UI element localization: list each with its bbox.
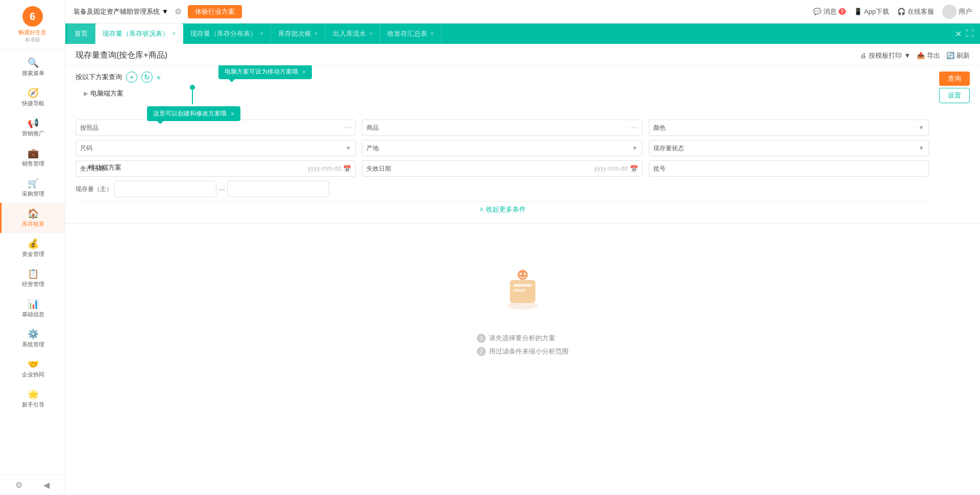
goods-dots[interactable]: ··· [631, 123, 638, 132]
tab-recv-summary[interactable]: 收发存汇总表 × [380, 23, 442, 44]
batch-no-label: 批号 [653, 164, 666, 173]
filter-collapse-btn[interactable]: ∧ 收起更多条件 [76, 201, 929, 217]
finance-icon: 💰 [28, 238, 39, 249]
system-title: 装备及固定资产辅助管理系统 [74, 7, 160, 16]
warehouse-dots[interactable]: ··· [345, 123, 351, 132]
scheme-mobile-label: 移动端方案 [88, 163, 121, 172]
sidebar-item-inventory[interactable]: 🏠 库存核算 [0, 203, 65, 233]
sidebar: 6 畅通好生意 标准版 🔍 搜索菜单 🧭 快捷导航 📢 营销推广 💼 销售管理 … [0, 0, 65, 495]
messages-item[interactable]: 💬 消息 9 [813, 7, 846, 16]
sidebar-item-purchase[interactable]: 🛒 采购管理 [0, 173, 65, 203]
collapse-sidebar-icon[interactable]: ◀ [43, 480, 50, 490]
tab-recv-summary-close[interactable]: × [430, 30, 434, 37]
tab-inventory-batch-close[interactable]: × [314, 30, 318, 37]
experience-button[interactable]: 体验行业方案 [188, 5, 242, 18]
tab-inventory-status-close[interactable]: × [172, 30, 176, 37]
stock-status-dropdown-icon[interactable]: ▼ [918, 145, 924, 152]
scheme-item-pc[interactable]: ▶ 电脑端方案 [84, 88, 929, 99]
query-button[interactable]: 查询 [939, 72, 970, 86]
svg-rect-3 [513, 289, 526, 292]
goods-field[interactable]: 商品 ··· [362, 120, 642, 136]
sidebar-item-basic[interactable]: 📊 基础信息 [0, 293, 65, 323]
expire-date-label: 失效日期 [366, 164, 391, 173]
filter-refresh-button[interactable]: ↻ [141, 72, 153, 83]
tab-inventory-dist-close[interactable]: × [260, 30, 263, 37]
tab-inventory-status[interactable]: 现存量（库存状况表） × [95, 23, 183, 44]
expire-date-calendar-icon[interactable]: 📅 [630, 165, 638, 173]
filter-section-label: 按以下方案查询 [76, 73, 122, 82]
export-btn[interactable]: 📤 导出 [917, 51, 940, 60]
svg-point-5 [520, 273, 522, 275]
page-title: 现存量查询(按仓库+商品) [76, 50, 167, 61]
tab-inventory-dist[interactable]: 现存量（库存分布表） × [183, 23, 271, 44]
scheme-mobile-expand-icon: ▶ [82, 164, 86, 171]
filter-back-button[interactable]: « [157, 73, 161, 81]
template-print-btn[interactable]: 🖨 按模板打印 ▼ [860, 51, 911, 60]
settings-icon[interactable]: ⚙ [15, 480, 22, 490]
sidebar-item-marketing[interactable]: 📢 营销推广 [0, 112, 65, 143]
stock-main-to[interactable] [227, 181, 329, 197]
warehouse-field[interactable]: 按照品 ··· [76, 120, 356, 136]
sidebar-label-finance: 资金管理 [22, 250, 44, 258]
svg-point-6 [524, 273, 526, 275]
sidebar-item-enterprise[interactable]: 🤝 企业协同 [0, 353, 65, 384]
batch-no-field[interactable]: 批号 [649, 160, 929, 177]
reset-button[interactable]: 设置 [939, 88, 970, 103]
sidebar-item-finance[interactable]: 💰 资金管理 [0, 233, 65, 263]
tooltip-scheme-text: 电脑方案可设为移动方案哦 [225, 67, 298, 76]
tooltip-create: 这里可以创建和修改方案哦 × [147, 106, 240, 121]
origin-field[interactable]: 产地 ▼ [362, 140, 642, 156]
print-dropdown-icon: ▼ [904, 52, 911, 59]
gear-icon[interactable]: ⚙ [175, 7, 182, 16]
color-dropdown-icon[interactable]: ▼ [918, 124, 924, 131]
tab-inout-flow-close[interactable]: × [369, 30, 373, 37]
print-icon: 🖨 [860, 52, 867, 59]
tab-inventory-batch[interactable]: 库存批次账 × [271, 23, 326, 44]
scheme-item-mobile[interactable]: ▶ 移动端方案 [82, 162, 121, 173]
color-field[interactable]: 颜色 ▼ [649, 120, 929, 136]
sidebar-item-operations[interactable]: 📋 经营管理 [0, 263, 65, 293]
page-header: 现存量查询(按仓库+商品) 🖨 按模板打印 ▼ 📤 导出 🔄 刷新 [65, 44, 980, 65]
filter-row-2: 尺码 ▼ 产地 ▼ 现存量状态 ▼ [76, 140, 929, 156]
warehouse-label: 按照品 [80, 124, 99, 132]
expire-date-field[interactable]: 失效日期 yyyy-mm-dd 📅 [362, 160, 642, 177]
sidebar-item-search[interactable]: 🔍 搜索菜单 [0, 52, 65, 82]
prod-date-calendar-icon[interactable]: 📅 [343, 165, 351, 173]
message-badge: 9 [839, 8, 846, 15]
phone-icon: 📱 [854, 8, 862, 15]
app-download-label: App下载 [864, 7, 889, 16]
tab-close-all-icon[interactable]: ✕ [955, 29, 962, 39]
sidebar-item-system[interactable]: ⚙️ 系统管理 [0, 323, 65, 353]
basic-icon: 📊 [28, 298, 39, 310]
sidebar-item-quicknav[interactable]: 🧭 快捷导航 [0, 82, 65, 112]
support-item[interactable]: 🎧 在线客服 [897, 7, 934, 16]
tab-inout-flow[interactable]: 出入库流水 × [326, 23, 380, 44]
tab-expand-icon[interactable]: ⛶ [966, 29, 974, 39]
stock-status-field[interactable]: 现存量状态 ▼ [649, 140, 929, 156]
system-title-dropdown[interactable]: 装备及固定资产辅助管理系统 ▼ [74, 7, 168, 16]
refresh-btn[interactable]: 🔄 刷新 [946, 51, 970, 60]
sidebar-item-guide[interactable]: 🌟 新手引导 [0, 384, 65, 414]
prod-date-placeholder: yyyy-mm-dd [308, 165, 341, 172]
tip-num-1: 1 [477, 334, 486, 343]
origin-dropdown-icon[interactable]: ▼ [632, 145, 638, 152]
sidebar-item-sales[interactable]: 💼 销售管理 [0, 143, 65, 173]
user-item[interactable]: 用户 [942, 5, 972, 19]
sidebar-label-basic: 基础信息 [22, 311, 44, 318]
sidebar-bottom: ⚙ ◀ [0, 475, 65, 495]
tooltip-scheme-close[interactable]: × [302, 68, 306, 76]
tab-home[interactable]: 首页 [67, 23, 95, 44]
app-download-item[interactable]: 📱 App下载 [854, 7, 889, 16]
tab-inventory-status-label: 现存量（库存状况表） [103, 29, 169, 38]
size-dropdown-icon[interactable]: ▼ [345, 145, 351, 152]
tooltip-create-close[interactable]: × [231, 110, 234, 117]
color-label: 颜色 [653, 124, 666, 132]
size-field[interactable]: 尺码 ▼ [76, 140, 356, 156]
purchase-icon: 🛒 [28, 178, 39, 189]
empty-illustration [497, 265, 548, 325]
filter-add-button[interactable]: + [126, 72, 137, 83]
range-separator: — [218, 185, 225, 193]
export-icon: 📤 [917, 52, 925, 59]
stock-main-from[interactable] [114, 181, 216, 197]
tab-bar: 首页 现存量（库存状况表） × 现存量（库存分布表） × 库存批次账 × 出入库… [65, 23, 980, 44]
